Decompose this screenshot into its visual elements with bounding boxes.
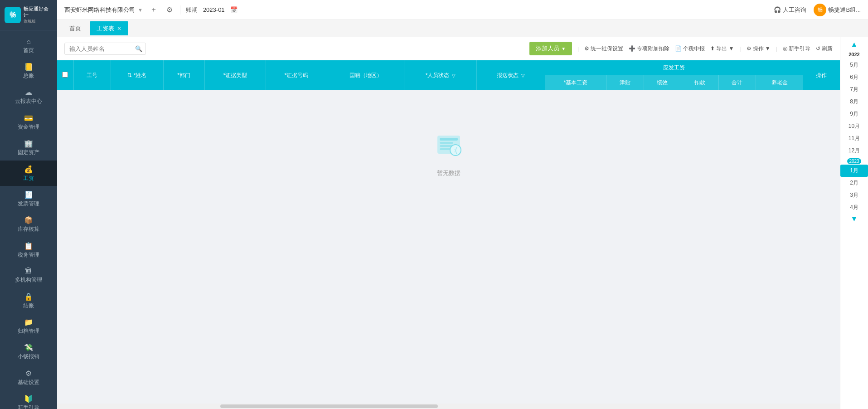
nav-label-tax: 税务管理 xyxy=(18,252,39,258)
sidebar-item-assets[interactable]: 🏢 固定资产 xyxy=(0,135,57,160)
checkbox-header[interactable] xyxy=(57,60,73,90)
operations-arrow: ▼ xyxy=(765,45,771,52)
refresh-btn[interactable]: ↺ 刷新 xyxy=(816,45,833,53)
export-arrow: ▼ xyxy=(728,45,734,52)
human-service-label: 人工咨询 xyxy=(783,6,806,14)
app-logo-text: 畅应通好会计 旗舰版 xyxy=(24,5,53,24)
sidebar-item-guide[interactable]: 🔰 新手引导 xyxy=(0,390,57,409)
export-icon: ⬆ xyxy=(710,45,715,52)
th-actions: 操作 xyxy=(803,60,840,90)
nav-label-home: 首页 xyxy=(23,47,34,54)
cal-month-2022-11[interactable]: 11月 xyxy=(840,132,868,145)
special-deduct-icon: ➕ xyxy=(629,45,635,52)
sidebar-item-tax[interactable]: 📋 税务管理 xyxy=(0,237,57,263)
th-employee-id: 工号 xyxy=(73,60,111,90)
period-value: 2023-01 xyxy=(203,6,225,13)
cal-month-2023-4[interactable]: 4月 xyxy=(840,201,868,214)
cal-month-2022-9[interactable]: 9月 xyxy=(840,108,868,120)
select-all-checkbox[interactable] xyxy=(62,72,68,78)
cal-month-2022-8[interactable]: 8月 xyxy=(840,96,868,108)
salary-table: 工号 ⇅ *姓名 *部门 *证据类型 xyxy=(57,60,840,90)
report-status-filter-icon: ▽ xyxy=(521,73,525,78)
tab-close-icon[interactable]: ✕ xyxy=(117,25,121,32)
operations-label: 操作 xyxy=(753,45,764,53)
chevron-down-icon: ▼ xyxy=(138,7,143,13)
refresh-icon: ↺ xyxy=(816,45,820,52)
sidebar-item-inventory[interactable]: 📦 库存核算 xyxy=(0,211,57,237)
nav-label-settings: 基础设置 xyxy=(18,379,39,385)
sidebar-item-ledger[interactable]: 📒 总账 xyxy=(0,58,57,83)
sidebar-item-expense[interactable]: 💸 小畅报销 xyxy=(0,339,57,364)
sidebar-item-home[interactable]: ⌂ 首页 xyxy=(0,33,57,58)
cal-month-2023-1[interactable]: 1月 xyxy=(840,165,868,177)
tab-home[interactable]: 首页 xyxy=(63,21,88,35)
cal-month-2022-6[interactable]: 6月 xyxy=(840,71,868,83)
th-report-status[interactable]: 报送状态 ▽ xyxy=(476,60,545,90)
calendar-down-nav[interactable]: ▼ xyxy=(849,214,859,224)
nav-icon-home: ⌂ xyxy=(26,38,31,46)
user-name: 畅捷通B组... xyxy=(828,6,861,14)
add-company-button[interactable]: ＋ xyxy=(148,3,159,16)
personal-tax-btn[interactable]: 📄 个税申报 xyxy=(675,45,705,53)
th-total: 合计 xyxy=(718,75,756,90)
nav-label-salary: 工资 xyxy=(23,175,34,181)
scrollbar-thumb[interactable] xyxy=(220,404,438,408)
user-profile-btn[interactable]: 畅 畅捷通B组... xyxy=(814,4,861,16)
personal-tax-label: 个税申报 xyxy=(683,45,705,53)
special-deduct-label: 专项附加扣除 xyxy=(637,45,669,53)
sidebar-item-fund[interactable]: 💳 资金管理 xyxy=(0,109,57,135)
nav-label-multi: 多机构管理 xyxy=(15,277,42,283)
cal-month-2022-12[interactable]: 12月 xyxy=(840,145,868,157)
svg-rect-4 xyxy=(440,148,451,150)
operations-btn[interactable]: ⚙ 操作 ▼ xyxy=(747,45,771,53)
sidebar-item-multi[interactable]: 🏛 多机构管理 xyxy=(0,263,57,287)
sidebar-item-salary[interactable]: 💰 工资 xyxy=(0,161,57,186)
sidebar-item-settings[interactable]: ⚙ 基础设置 xyxy=(0,365,57,390)
export-btn[interactable]: ⬆ 导出 ▼ xyxy=(710,45,734,53)
sidebar-item-cloud[interactable]: ☁ 云报表中心 xyxy=(0,83,57,109)
calendar-icon[interactable]: 📅 xyxy=(230,6,238,13)
sidebar-item-invoice[interactable]: 🧾 发票管理 xyxy=(0,186,57,211)
tab-salary-table[interactable]: 工资表 ✕ xyxy=(90,21,128,35)
cal-month-2022-5[interactable]: 5月 xyxy=(840,59,868,71)
social-settings-btn[interactable]: ⚙ 统一社保设置 xyxy=(584,45,623,53)
cal-month-2022-7[interactable]: 7月 xyxy=(840,83,868,96)
th-person-status[interactable]: *人员状态 ▽ xyxy=(404,60,477,90)
svg-rect-2 xyxy=(440,142,453,144)
sidebar-logo: 畅 畅应通好会计 旗舰版 xyxy=(0,0,57,30)
cal-month-2023-3[interactable]: 3月 xyxy=(840,189,868,201)
special-deduct-btn[interactable]: ➕ 专项附加扣除 xyxy=(629,45,669,53)
cal-month-2023-2[interactable]: 2月 xyxy=(840,177,868,189)
add-person-button[interactable]: 添加人员 ▼ xyxy=(529,42,572,55)
refresh-label: 刷新 xyxy=(822,45,833,53)
table-scrollbar[interactable] xyxy=(57,404,840,409)
export-label: 导出 xyxy=(716,45,727,53)
topbar-divider xyxy=(180,5,180,15)
nav-icon-close: 🔒 xyxy=(24,292,33,301)
sort-icon: ⇅ xyxy=(127,72,132,78)
th-salary-group: 应发工资 xyxy=(545,60,803,75)
nav-icon-fund: 💳 xyxy=(24,114,33,122)
sidebar-item-close[interactable]: 🔒 结账 xyxy=(0,288,57,313)
nav-label-ledger: 总账 xyxy=(23,73,34,79)
th-name[interactable]: ⇅ *姓名 xyxy=(111,60,164,90)
toolbar-right: 添加人员 ▼ | ⚙ 统一社保设置 ➕ 专项附加扣除 📄 个税申报 xyxy=(529,42,833,55)
company-selector[interactable]: 西安虾米网络科技有限公司 ▼ xyxy=(64,6,143,14)
settings-button[interactable]: ⚙ xyxy=(165,4,175,16)
sidebar-item-archive[interactable]: 📁 归档管理 xyxy=(0,313,57,339)
nav-icon-salary: 💰 xyxy=(24,165,33,174)
nav-icon-expense: 💸 xyxy=(24,343,33,352)
calendar-up-nav[interactable]: ▲ xyxy=(849,39,859,50)
sidebar-nav: ⌂ 首页📒 总账☁ 云报表中心💳 资金管理🏢 固定资产💰 工资🧾 发票管理📦 xyxy=(0,30,57,409)
cal-month-2022-10[interactable]: 10月 xyxy=(840,120,868,132)
svg-text::(: :( xyxy=(453,146,457,154)
calendar-prev-year: 2022 xyxy=(848,50,860,59)
guide-btn[interactable]: ◎ 新手引导 xyxy=(783,45,810,53)
human-service-btn[interactable]: 🎧 人工咨询 xyxy=(774,6,806,14)
search-wrap: 🔍 xyxy=(64,43,146,55)
th-deduct: 扣款 xyxy=(681,75,719,90)
nav-icon-invoice: 🧾 xyxy=(24,190,33,199)
nav-icon-cloud: ☁ xyxy=(25,88,32,97)
guide-icon: ◎ xyxy=(783,45,787,52)
search-input[interactable] xyxy=(64,43,146,55)
